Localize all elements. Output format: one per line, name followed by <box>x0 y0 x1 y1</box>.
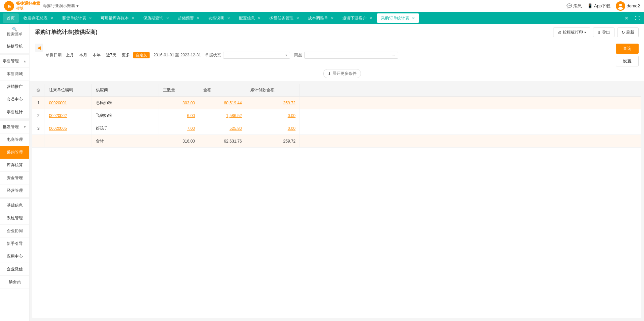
sidebar-item-retail-mgmt[interactable]: 零售管理 ▲ <box>0 55 29 68</box>
tab-keyongliang[interactable]: 可用量库存账本 ✕ <box>97 13 139 23</box>
export-button[interactable]: ⬇ 导出 <box>593 28 614 37</box>
sidebar-item-label: 企业微信 <box>7 266 23 272</box>
close-icon[interactable]: ✕ <box>369 16 372 20</box>
export-icon: ⬇ <box>597 30 601 35</box>
sidebar-item-marketing[interactable]: 营销推广 <box>0 81 29 93</box>
query-button[interactable]: 查询 <box>616 44 639 54</box>
custom-date-badge[interactable]: 自定义 <box>133 52 150 58</box>
sidebar-item-quick-nav[interactable]: 快捷导航 <box>0 40 29 53</box>
amount-link[interactable]: 525.80 <box>229 126 242 131</box>
sidebar-item-wholesale[interactable]: 批发管理 ▼ <box>0 121 29 133</box>
expand-more-button[interactable]: ⬇ 展开更多条件 <box>323 69 361 78</box>
close-icon[interactable]: ✕ <box>50 16 53 20</box>
sidebar-item-label: 新手引导 <box>7 241 23 247</box>
collapse-filter-button[interactable]: ◀ <box>35 44 43 52</box>
sidebar-item-label: 应用中心 <box>7 254 23 259</box>
status-select[interactable]: ▾ <box>223 52 290 59</box>
sidebar-item-inventory[interactable]: 库存核算 <box>0 159 29 172</box>
tab-home[interactable]: 首页 <box>3 13 19 23</box>
qty-link[interactable]: 6.00 <box>187 113 195 118</box>
message-label: 消息 <box>573 3 582 9</box>
sidebar-item-member[interactable]: 会员中心 <box>0 93 29 106</box>
more-dates-button[interactable]: 更多 <box>120 52 132 59</box>
tab-label: 功能说明 <box>208 15 224 21</box>
sidebar-item-purchase[interactable]: 采购管理 <box>0 146 29 159</box>
tab-label: 配置信息 <box>239 15 255 21</box>
tab-caigou-active[interactable]: 采购订单统计表 ✕ <box>377 13 419 23</box>
close-window-button[interactable]: ✕ <box>623 14 631 22</box>
sidebar-item-label: 资金管理 <box>7 175 23 181</box>
tab-jianhuorenwu[interactable]: 拣货任务管理 ✕ <box>265 13 303 23</box>
close-icon[interactable]: ✕ <box>296 16 299 20</box>
expand-icon: ⬇ <box>328 71 331 76</box>
footer-paid: 259.72 <box>246 135 300 148</box>
sidebar-search[interactable]: 🔍 搜索菜单 <box>0 24 29 40</box>
user-menu[interactable]: demo2 <box>616 1 640 11</box>
tab-gongneng[interactable]: 功能说明 ✕ <box>204 13 234 23</box>
this-month-button[interactable]: 本月 <box>77 52 89 59</box>
goods-input[interactable]: ··· <box>304 52 398 59</box>
tab-baozhi[interactable]: 保质期查询 ✕ <box>139 13 173 23</box>
code-link[interactable]: 00020005 <box>49 126 67 131</box>
code-link[interactable]: 00020001 <box>49 101 67 105</box>
close-icon[interactable]: ✕ <box>331 16 334 20</box>
amount-link[interactable]: 60,519.44 <box>224 101 242 105</box>
paid-link[interactable]: 0.00 <box>288 126 296 131</box>
sidebar-item-ecommerce[interactable]: 电商管理 <box>0 133 29 146</box>
amount-link[interactable]: 1,586.52 <box>226 113 242 118</box>
sidebar-item-basics[interactable]: 基础信息 <box>0 199 29 212</box>
sidebar-item-newbie[interactable]: 新手引导 <box>0 237 29 250</box>
expand-window-button[interactable]: ⛶ <box>633 14 641 22</box>
close-icon[interactable]: ✕ <box>166 16 169 20</box>
table-settings-icon[interactable]: ⚙ <box>36 88 41 93</box>
sidebar-item-enterprise[interactable]: 企业协同 <box>0 225 29 237</box>
username: demo2 <box>627 3 640 8</box>
sidebar-item-system[interactable]: 系统管理 <box>0 212 29 225</box>
sidebar-item-vip[interactable]: 畅会员 <box>0 276 29 288</box>
filter-row-1: 单据日期 上月 本月 本年 近7天 更多 自定义 <box>46 44 639 66</box>
workspace-label: 母婴行业演示账套 <box>43 3 75 9</box>
close-icon[interactable]: ✕ <box>412 16 415 20</box>
table-header: ⚙ 往来单位编码 供应商 主数量 金额 累计付款金额 <box>32 84 641 97</box>
settings-button[interactable]: 设置 <box>616 56 639 66</box>
row-qty: 7.00 <box>159 122 199 135</box>
row-paid: 259.72 <box>246 97 300 109</box>
close-icon[interactable]: ✕ <box>197 16 200 20</box>
sidebar-item-operations[interactable]: 经营管理 <box>0 184 29 197</box>
sidebar-item-app-center[interactable]: 应用中心 <box>0 250 29 263</box>
code-link[interactable]: 00020002 <box>49 113 67 118</box>
sidebar-item-finance[interactable]: 资金管理 <box>0 172 29 184</box>
sidebar-item-retail-stats[interactable]: 零售统计 <box>0 106 29 119</box>
svg-point-3 <box>619 4 622 6</box>
tab-peizhi[interactable]: 配置信息 ✕ <box>235 13 265 23</box>
close-icon[interactable]: ✕ <box>89 16 92 20</box>
close-icon[interactable]: ✕ <box>227 16 230 20</box>
goods-label: 商品 <box>294 52 302 58</box>
app-download-button[interactable]: 📱 App下载 <box>587 3 610 9</box>
last-7days-button[interactable]: 近7天 <box>104 52 118 59</box>
sidebar-item-retail-shop[interactable]: 零售商城 <box>0 68 29 81</box>
paid-link[interactable]: 0.00 <box>288 113 296 118</box>
print-button[interactable]: 🖨 按模板打印 ▾ <box>553 28 590 37</box>
sidebar-item-label: 畅会员 <box>9 279 21 285</box>
sidebar-item-label: 企业协同 <box>7 228 23 234</box>
this-year-button[interactable]: 本年 <box>91 52 103 59</box>
last-month-button[interactable]: 上月 <box>64 52 76 59</box>
page-header: 采购订单统计表(按供应商) 🖨 按模板打印 ▾ ⬇ 导出 ↻ 刷新 <box>30 24 644 40</box>
tab-chaoyubaojing[interactable]: 超储预警 ✕ <box>174 13 204 23</box>
content-area: 采购订单统计表(按供应商) 🖨 按模板打印 ▾ ⬇ 导出 ↻ 刷新 <box>30 24 644 321</box>
tab-shoufacun[interactable]: 收发存汇总表 ✕ <box>19 13 57 23</box>
message-button[interactable]: 💬 消息 <box>567 3 582 9</box>
close-icon[interactable]: ✕ <box>131 16 135 20</box>
tab-yaohuodan[interactable]: 要货单统计表 ✕ <box>58 13 96 23</box>
paid-link[interactable]: 259.72 <box>283 101 296 105</box>
sidebar-item-wechat[interactable]: 企业微信 <box>0 263 29 276</box>
tab-yaoqing[interactable]: 邀请下游客户 ✕ <box>338 13 376 23</box>
refresh-button[interactable]: ↻ 刷新 <box>617 28 639 37</box>
top-bar-right: 💬 消息 📱 App下载 demo2 <box>567 1 640 11</box>
tab-chengben[interactable]: 成本调整单 ✕ <box>304 13 338 23</box>
qty-link[interactable]: 303.00 <box>182 101 195 105</box>
qty-link[interactable]: 7.00 <box>187 126 195 131</box>
close-icon[interactable]: ✕ <box>258 16 261 20</box>
workspace-select[interactable]: 母婴行业演示账套 ▾ <box>43 3 78 9</box>
